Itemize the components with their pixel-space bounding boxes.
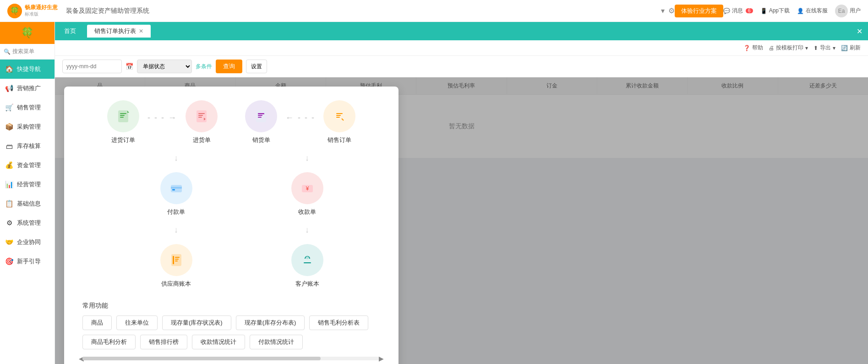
sidebar-item-sales[interactable]: 🛒 销售管理 bbox=[0, 98, 55, 117]
help-button[interactable]: ❓ 帮助 bbox=[743, 44, 763, 52]
logo-icon: 🍀 bbox=[7, 4, 22, 18]
svg-rect-4 bbox=[197, 110, 207, 122]
sales-order-icon bbox=[323, 100, 355, 132]
common-function-button[interactable]: 商品毛利分析 bbox=[82, 335, 136, 349]
svg-rect-5 bbox=[198, 113, 205, 114]
sidebar-item-finance[interactable]: 💰 资金管理 bbox=[0, 156, 55, 175]
sidebar-item-system[interactable]: ⚙ 系统管理 bbox=[0, 213, 55, 233]
flow-item-purchase-order[interactable]: 进货订单 bbox=[107, 100, 139, 144]
refresh-button[interactable]: 🔄 刷新 bbox=[841, 44, 861, 52]
sidebar-logo-icon: 🍀 bbox=[21, 27, 33, 39]
arrow-h-2: ← - - - bbox=[285, 113, 315, 123]
more-conditions-button[interactable]: 多条件 bbox=[196, 63, 212, 71]
settings-icon[interactable]: ⚙ bbox=[668, 6, 675, 15]
payment-label: 付款单 bbox=[167, 208, 185, 216]
svg-rect-10 bbox=[172, 189, 175, 190]
message-badge: 6 bbox=[746, 8, 753, 13]
export-button[interactable]: ⬆ 导出 ▾ bbox=[813, 44, 835, 52]
purchase-order-icon bbox=[107, 100, 139, 132]
flow-item-purchase-bill[interactable]: 进货单 bbox=[186, 100, 218, 144]
payment-icon bbox=[160, 172, 192, 204]
filter-bar: 📅 单据状态 多条件 查询 设置 bbox=[55, 56, 868, 77]
sidebar: 🍀 🔍 搜索菜单 🏠 快捷导航📢 营销推广🛒 销售管理📦 采购管理🗃 库存核算💰… bbox=[0, 22, 55, 364]
common-function-button[interactable]: 销售排行榜 bbox=[140, 335, 187, 349]
flow-modal: 进货订单 - - - → 进货单 bbox=[64, 87, 399, 364]
common-function-button[interactable]: 现存量(库存状况表) bbox=[162, 315, 231, 330]
sidebar-item-marketing[interactable]: 📢 营销推广 bbox=[0, 79, 55, 98]
sidebar-search[interactable]: 🔍 搜索菜单 bbox=[0, 44, 55, 60]
sidebar-item-inventory[interactable]: 🗃 库存核算 bbox=[0, 136, 55, 156]
set-button[interactable]: 设置 bbox=[246, 60, 267, 73]
toolbar: ❓ 帮助 🖨 按模板打印 ▾ ⬆ 导出 ▾ 🔄 刷新 bbox=[55, 40, 868, 56]
sidebar-icon-basic: 📋 bbox=[5, 200, 13, 208]
tab-bar-close-icon[interactable]: ✕ bbox=[857, 27, 863, 36]
message-label: 消息 bbox=[732, 7, 743, 15]
scroll-track bbox=[82, 357, 380, 360]
date-input[interactable] bbox=[62, 60, 122, 73]
sidebar-label-purchase: 采购管理 bbox=[17, 123, 41, 131]
tab-sales-order-exec[interactable]: 销售订单执行表 ✕ bbox=[87, 25, 151, 38]
sales-bill-label: 销货单 bbox=[252, 136, 270, 144]
print-button[interactable]: 🖨 按模板打印 ▾ bbox=[769, 44, 808, 52]
sidebar-item-newbie[interactable]: 🎯 新手引导 bbox=[0, 252, 55, 271]
flow-row-1: 进货订单 - - - → 进货单 bbox=[107, 100, 218, 144]
sidebar-item-operation[interactable]: 📊 经营管理 bbox=[0, 175, 55, 194]
common-function-button[interactable]: 现存量(库存分布表) bbox=[236, 315, 305, 330]
svg-rect-0 bbox=[118, 110, 128, 122]
user-area[interactable]: Ea 用户 bbox=[835, 5, 861, 17]
sidebar-icon-marketing: 📢 bbox=[5, 84, 13, 92]
arrow-v-receipt: ↓ bbox=[305, 153, 309, 163]
experience-button[interactable]: 体验行业方案 bbox=[675, 5, 723, 17]
sidebar-icon-finance: 💰 bbox=[5, 161, 13, 169]
modal-overlay: 进货订单 - - - → 进货单 bbox=[55, 77, 868, 364]
refresh-icon: 🔄 bbox=[841, 45, 848, 51]
system-title: 装备及固定资产辅助管理系统 bbox=[62, 7, 659, 15]
sidebar-label-inventory: 库存核算 bbox=[17, 142, 41, 150]
logo-area: 🍀 畅康通好生意 标准版 bbox=[7, 4, 62, 18]
modal-scrollbar: ◀ ▶ bbox=[82, 357, 380, 360]
common-function-button[interactable]: 商品 bbox=[82, 315, 112, 330]
common-function-button[interactable]: 往来单位 bbox=[116, 315, 158, 330]
svg-rect-9 bbox=[171, 187, 182, 189]
message-button[interactable]: 💬 消息 6 bbox=[723, 7, 753, 15]
app-download-button[interactable]: 📱 App下载 bbox=[760, 7, 790, 15]
flow-col-left: 进货订单 - - - → 进货单 bbox=[107, 100, 218, 288]
dropdown-icon[interactable]: ▾ bbox=[661, 6, 665, 15]
logo-symbol: 🍀 bbox=[10, 6, 19, 15]
sidebar-label-enterprise: 企业协同 bbox=[17, 238, 41, 246]
content-area: 首页 销售订单执行表 ✕ ✕ ❓ 帮助 🖨 按模板打印 ▾ bbox=[55, 22, 868, 364]
sidebar-label-sales: 销售管理 bbox=[17, 103, 41, 112]
purchase-bill-label: 进货单 bbox=[193, 136, 211, 144]
print-icon: 🖨 bbox=[769, 45, 774, 51]
common-function-button[interactable]: 销售毛利分析表 bbox=[309, 315, 368, 330]
svg-rect-22 bbox=[336, 113, 343, 114]
export-label: 导出 bbox=[820, 44, 831, 52]
online-service-button[interactable]: 👤 在线客服 bbox=[797, 7, 828, 15]
common-function-button[interactable]: 付款情况统计 bbox=[250, 335, 303, 349]
flow-item-receipt[interactable]: ¥ 收款单 bbox=[291, 172, 323, 216]
status-select[interactable]: 单据状态 bbox=[137, 60, 192, 73]
flow-item-customer-ledger[interactable]: 客户账本 bbox=[291, 244, 323, 288]
refresh-label: 刷新 bbox=[850, 44, 861, 52]
scroll-right-arrow[interactable]: ▶ bbox=[379, 355, 384, 362]
flow-item-payment[interactable]: 付款单 bbox=[160, 172, 192, 216]
arrow-h-1: - - - → bbox=[147, 113, 177, 123]
customer-ledger-icon bbox=[291, 244, 323, 276]
sales-bill-icon bbox=[245, 100, 277, 132]
sidebar-item-basic[interactable]: 📋 基础信息 bbox=[0, 194, 55, 213]
sidebar-item-enterprise[interactable]: 🤝 企业协同 bbox=[0, 233, 55, 252]
sidebar-item-purchase[interactable]: 📦 采购管理 bbox=[0, 117, 55, 136]
sidebar-item-quick-nav[interactable]: 🏠 快捷导航 bbox=[0, 60, 55, 79]
customer-ledger-label: 客户账本 bbox=[295, 280, 319, 288]
logo-sub: 标准版 bbox=[25, 11, 58, 17]
scroll-thumb[interactable] bbox=[82, 357, 321, 360]
flow-item-supplier-ledger[interactable]: 供应商账本 bbox=[160, 244, 192, 288]
tab-close-icon[interactable]: ✕ bbox=[139, 28, 143, 34]
flow-item-sales-order[interactable]: 销售订单 bbox=[323, 100, 355, 144]
tab-home[interactable]: 首页 bbox=[55, 22, 85, 40]
svg-rect-24 bbox=[336, 117, 340, 118]
search-button[interactable]: 查询 bbox=[216, 60, 242, 73]
flow-item-sales-bill[interactable]: 销货单 bbox=[245, 100, 277, 144]
common-function-button[interactable]: 收款情况统计 bbox=[192, 335, 245, 349]
sidebar-label-newbie: 新手引导 bbox=[17, 257, 41, 266]
